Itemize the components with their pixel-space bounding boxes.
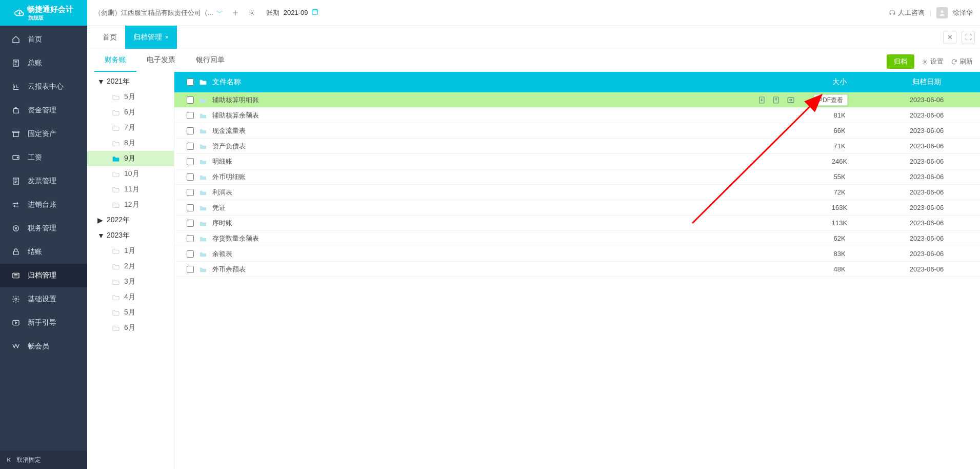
tree-month[interactable]: 12月 (87, 197, 174, 212)
row-checkbox[interactable] (187, 173, 194, 181)
nav-assets[interactable]: 固定资产 (0, 122, 87, 146)
nav-invoice[interactable]: 发票管理 (0, 169, 87, 193)
tree-month-label: 1月 (124, 246, 135, 256)
nav-ledger[interactable]: 总账 (0, 51, 87, 75)
table-row[interactable]: 存货数量余额表 62K 2023-06-06 (174, 231, 980, 246)
tree-month-label: 11月 (124, 185, 139, 194)
close-icon[interactable]: × (165, 34, 169, 41)
refresh-icon (951, 58, 957, 65)
table-row[interactable]: 辅助核算余额表 81K 2023-06-06 (174, 108, 980, 123)
row-checkbox[interactable] (187, 143, 194, 150)
tree-month[interactable]: 10月 (87, 166, 174, 182)
nav-tax[interactable]: 税务管理 (0, 217, 87, 240)
nav-archive[interactable]: 归档管理 (0, 264, 87, 287)
tree-year-2021[interactable]: ▼2021年 (87, 74, 174, 89)
row-checkbox[interactable] (187, 189, 194, 196)
tree-month[interactable]: 7月 (87, 120, 174, 135)
settings-link[interactable]: 设置 (922, 57, 944, 66)
subtab-finance[interactable]: 财务账 (94, 49, 136, 72)
file-date: 2023-06-06 (881, 188, 973, 196)
tree-month[interactable]: 6月 (87, 105, 174, 120)
row-checkbox[interactable] (187, 250, 194, 258)
subtab-label: 财务账 (105, 55, 126, 65)
file-date: 2023-06-06 (881, 250, 973, 258)
tree-month[interactable]: 1月 (87, 243, 174, 259)
tree-month[interactable]: 9月 (87, 151, 174, 166)
archive-button[interactable]: 归档 (887, 54, 914, 69)
tab-archive[interactable]: 归档管理× (125, 26, 177, 49)
tree-month[interactable]: 6月 (87, 320, 174, 336)
nav-close[interactable]: 结账 (0, 240, 87, 264)
add-icon[interactable] (228, 6, 243, 20)
nav-guide[interactable]: 新手引导 (0, 311, 87, 335)
row-checkbox[interactable] (187, 220, 194, 227)
tree-month[interactable]: 5月 (87, 305, 174, 320)
nav-inout[interactable]: 进销台账 (0, 193, 87, 217)
nav-settings[interactable]: 基础设置 (0, 287, 87, 311)
tab-home[interactable]: 首页 (94, 26, 125, 49)
consult-link[interactable]: 人工咨询 (889, 8, 925, 17)
avatar[interactable] (936, 7, 948, 18)
folder-icon (112, 186, 120, 193)
unpin-button[interactable]: 取消固定 (0, 451, 87, 469)
calendar-icon[interactable] (311, 8, 318, 17)
tree-month[interactable]: 5月 (87, 89, 174, 105)
tree-month[interactable]: 11月 (87, 182, 174, 197)
nav-salary[interactable]: 工资 (0, 146, 87, 169)
tree-year-2022[interactable]: ▶2022年 (87, 212, 174, 228)
row-checkbox[interactable] (187, 96, 194, 104)
tree-month[interactable]: 2月 (87, 259, 174, 274)
row-checkbox[interactable] (187, 112, 194, 119)
tree-month-label: 7月 (124, 123, 135, 132)
file-name: 存货数量余额表 (212, 234, 259, 243)
table-row[interactable]: 凭证 163K 2023-06-06 (174, 200, 980, 216)
row-checkbox[interactable] (187, 158, 194, 165)
tree-month[interactable]: 3月 (87, 274, 174, 289)
file-date: 2023-06-06 (881, 219, 973, 227)
select-all-checkbox[interactable] (187, 79, 194, 86)
tree-month[interactable]: 4月 (87, 289, 174, 305)
tabs-close-button[interactable]: ✕ (943, 31, 956, 44)
table-row[interactable]: 资产负债表 71K 2023-06-06 (174, 139, 980, 154)
table-row[interactable]: 外币明细账 55K 2023-06-06 (174, 169, 980, 185)
table-row[interactable]: 序时账 113K 2023-06-06 (174, 216, 980, 231)
nav-home[interactable]: 首页 (0, 28, 87, 51)
row-checkbox[interactable] (187, 204, 194, 211)
table-row[interactable]: 外币余额表 48K 2023-06-06 (174, 262, 980, 277)
nav-reports[interactable]: 云报表中心 (0, 75, 87, 99)
nav-funds[interactable]: 资金管理 (0, 99, 87, 122)
tree-month[interactable]: 8月 (87, 135, 174, 151)
fullscreen-button[interactable]: ⛶ (962, 31, 975, 44)
company-dropdown-icon[interactable]: ﹀ (216, 8, 223, 17)
table-row[interactable]: 明细账 246K 2023-06-06 (174, 154, 980, 169)
nav-member[interactable]: 畅会员 (0, 335, 87, 358)
table-row[interactable]: 余额表 83K 2023-06-06 (174, 246, 980, 262)
company-name[interactable]: （勿删）江西服宝精品有限责任公司（... (94, 8, 213, 17)
subtab-bankslip[interactable]: 银行回单 (186, 49, 235, 72)
table-row[interactable]: 现金流量表 66K 2023-06-06 (174, 123, 980, 139)
file-size: 81K (798, 111, 881, 119)
export-icon[interactable] (772, 95, 781, 105)
config-icon[interactable] (245, 6, 259, 20)
tab-label: 首页 (103, 33, 117, 42)
tree-month-label: 6月 (124, 323, 135, 333)
row-checkbox[interactable] (187, 266, 194, 273)
unpin-label: 取消固定 (16, 456, 41, 464)
subtab-einvoice[interactable]: 电子发票 (136, 49, 186, 72)
table-row[interactable]: 利润表 72K 2023-06-06 (174, 185, 980, 200)
file-name: 外币明细账 (212, 172, 246, 182)
refresh-link[interactable]: 刷新 (951, 57, 973, 66)
file-name: 外币余额表 (212, 265, 246, 274)
pdf-view-icon[interactable] (786, 95, 795, 105)
tree-year-2023[interactable]: ▼2023年 (87, 228, 174, 243)
period-value[interactable]: 2021-09 (284, 9, 308, 16)
file-size: 66K (798, 127, 881, 134)
download-icon[interactable] (757, 95, 767, 105)
folder-icon (199, 127, 208, 135)
tooltip-pdf-view: PDF查看 (814, 94, 848, 106)
row-checkbox[interactable] (187, 235, 194, 242)
caret-down-icon: ▼ (97, 77, 103, 86)
table-row[interactable]: 辅助核算明细账 PDF查看 16K 2023-06-06 (174, 92, 980, 108)
user-name[interactable]: 徐泽华 (953, 8, 973, 17)
row-checkbox[interactable] (187, 127, 194, 134)
